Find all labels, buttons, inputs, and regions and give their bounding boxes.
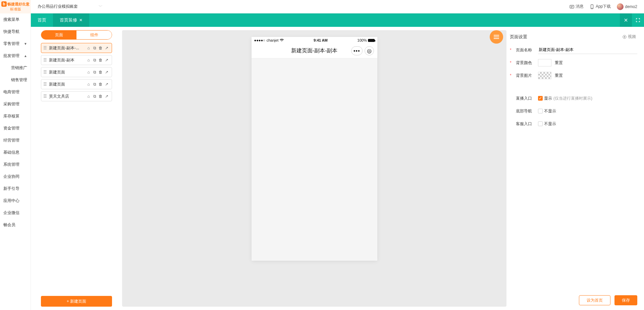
nav-inventory[interactable]: 库存核算 [0, 110, 31, 122]
nav-label: 库存核算 [3, 113, 19, 119]
user-name: demo2 [625, 4, 637, 9]
nav-member[interactable]: 畅会员 [0, 219, 31, 231]
live-show-checkbox[interactable]: ✓ 显示 (仅当进行直播时展示) [538, 96, 592, 101]
seg-components[interactable]: 组件 [76, 31, 112, 39]
home-icon[interactable]: ⌂ [86, 70, 92, 74]
checkbox-unchecked-icon [538, 121, 543, 126]
message-icon [570, 4, 574, 9]
share-icon[interactable]: ↗ [104, 58, 110, 62]
phone-status-bar: ●●●●○ chanjet 9:41 AM 100% [252, 37, 377, 44]
menu-icon [493, 35, 499, 39]
nav-search[interactable]: 搜索菜单 [0, 13, 31, 25]
miniprogram-close-icon: ◎ [365, 46, 374, 55]
home-icon[interactable]: ⌂ [86, 82, 92, 87]
save-button[interactable]: 保存 [614, 295, 637, 305]
required-mark: * [510, 60, 513, 65]
page-name: 新建页面 [49, 69, 86, 75]
nav-label: 零售管理 [3, 41, 19, 47]
bgcolor-reset-link[interactable]: 重置 [555, 60, 563, 66]
nav-guide[interactable]: 新手引导 [0, 183, 31, 195]
share-icon[interactable]: ↗ [104, 82, 110, 87]
signal-icon: ●●●●○ [254, 38, 265, 42]
nav-basic[interactable]: 基础信息 [0, 146, 31, 158]
miniprogram-menu-icon: ••• [351, 46, 363, 55]
collapse-panel-button[interactable] [490, 30, 503, 44]
page-list-item[interactable]: ☰ 昊天文具店 ⌂ ⧉ 🗑 ↗ [41, 91, 112, 101]
set-home-button[interactable]: 设为首页 [579, 295, 610, 305]
fullscreen-button[interactable] [632, 13, 644, 27]
messages-label: 消息 [576, 4, 584, 9]
new-page-button[interactable]: + 新建页面 [41, 296, 112, 307]
account-name: 办公用品行业模拟账套 [38, 4, 78, 9]
nav-retail[interactable]: 零售管理▼ [0, 38, 31, 50]
nav-system[interactable]: 系统管理 [0, 158, 31, 170]
nav-wholesale[interactable]: 批发管理▲ [0, 50, 31, 62]
share-icon[interactable]: ↗ [104, 46, 110, 50]
copy-icon[interactable]: ⧉ [92, 46, 98, 50]
account-selector[interactable]: 办公用品行业模拟账套 ﹀ [38, 4, 105, 10]
copy-icon[interactable]: ⧉ [92, 94, 98, 99]
nav-quick[interactable]: 快捷导航 [0, 25, 31, 38]
nmanager-label: 营销推广 [11, 65, 27, 71]
field-label-service: 客服入口 [516, 121, 535, 127]
nav-purchase[interactable]: 采购管理 [0, 98, 31, 110]
app-download-label: App下载 [596, 4, 611, 9]
nav-ecommerce[interactable]: 电商管理 [0, 86, 31, 98]
delete-icon[interactable]: 🗑 [98, 58, 104, 62]
phone-time: 9:41 AM [284, 38, 357, 42]
nav-finance[interactable]: 资金管理 [0, 122, 31, 134]
tab-decoration[interactable]: 首页装修 ✕ [53, 13, 89, 27]
carrier-name: chanjet [267, 38, 278, 42]
share-icon[interactable]: ↗ [104, 70, 110, 74]
nav-label: 系统管理 [3, 162, 19, 167]
side-nav: 搜索菜单 快捷导航 零售管理▼ 批发管理▲ 营销推广 销售管理 电商管理 采购管… [0, 13, 31, 310]
close-icon[interactable]: ✕ [79, 18, 83, 22]
service-hide-checkbox[interactable]: 不显示 [538, 121, 556, 127]
drag-handle-icon[interactable]: ☰ [43, 46, 47, 50]
seg-pages[interactable]: 页面 [41, 31, 76, 39]
field-label-bottomnav: 底部导航 [516, 108, 535, 114]
bgcolor-swatch[interactable] [538, 59, 551, 66]
home-icon[interactable]: ⌂ [86, 94, 92, 99]
nav-apps[interactable]: 应用中心 [0, 195, 31, 207]
delete-icon[interactable]: 🗑 [98, 70, 104, 74]
bgimg-swatch[interactable] [538, 72, 551, 79]
home-icon[interactable]: ⌂ [86, 58, 92, 62]
messages-link[interactable]: 消息 [570, 4, 584, 9]
bottomnav-hide-checkbox[interactable]: 不显示 [538, 108, 556, 114]
nav-marketing[interactable]: 营销推广 [0, 62, 31, 74]
page-list-item[interactable]: ☰ 新建页面 ⌂ ⧉ 🗑 ↗ [41, 67, 112, 77]
drag-handle-icon[interactable]: ☰ [43, 82, 47, 87]
delete-icon[interactable]: 🗑 [98, 94, 104, 99]
page-list-item[interactable]: ☰ 新建页面-副本 ⌂ ⧉ 🗑 ↗ [41, 55, 112, 65]
page-name: 新建页面-副本-... [49, 45, 86, 51]
video-help-link[interactable]: 视频 [623, 34, 636, 40]
battery-percent: 100% [357, 38, 367, 42]
drag-handle-icon[interactable]: ☰ [43, 58, 47, 62]
nav-operation[interactable]: 经营管理 [0, 134, 31, 146]
video-label: 视频 [628, 34, 636, 40]
nav-sales[interactable]: 销售管理 [0, 74, 31, 86]
user-menu[interactable]: demo2 [617, 3, 637, 10]
page-list-item[interactable]: ☰ 新建页面-副本-... ⌂ ⧉ 🗑 ↗ [41, 43, 112, 53]
field-label-bgimg: 背景图片 [516, 73, 535, 79]
wifi-icon [280, 39, 284, 42]
field-label-live: 直播入口 [516, 96, 535, 101]
tab-home[interactable]: 首页 [31, 13, 53, 27]
copy-icon[interactable]: ⧉ [92, 58, 98, 62]
copy-icon[interactable]: ⧉ [92, 82, 98, 87]
tabs-close-all-button[interactable] [620, 13, 632, 27]
page-name-input[interactable] [538, 46, 637, 54]
delete-icon[interactable]: 🗑 [98, 82, 104, 87]
copy-icon[interactable]: ⧉ [92, 70, 98, 74]
home-icon[interactable]: ⌂ [86, 46, 92, 50]
app-download-link[interactable]: App下载 [590, 4, 611, 9]
drag-handle-icon[interactable]: ☰ [43, 70, 47, 74]
page-list-item[interactable]: ☰ 新建页面 ⌂ ⧉ 🗑 ↗ [41, 79, 112, 89]
bgimg-reset-link[interactable]: 重置 [555, 73, 563, 79]
nav-collab[interactable]: 企业协同 [0, 170, 31, 183]
share-icon[interactable]: ↗ [104, 94, 110, 99]
nav-wechat[interactable]: 企业微信 [0, 207, 31, 219]
delete-icon[interactable]: 🗑 [98, 46, 104, 50]
drag-handle-icon[interactable]: ☰ [43, 94, 47, 99]
